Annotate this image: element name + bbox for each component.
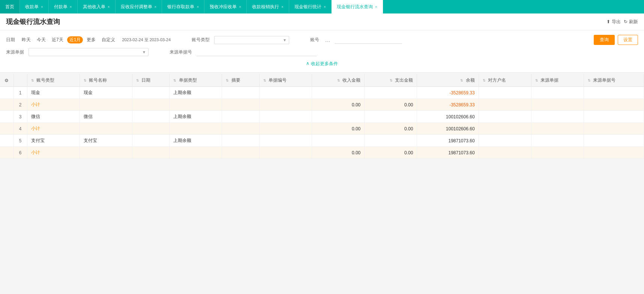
expense-cell xyxy=(365,111,417,123)
nav-tab-advance[interactable]: 预收冲应收单 × xyxy=(204,0,247,13)
shortcut-1month[interactable]: 近1月 xyxy=(67,36,83,43)
account-type-select[interactable]: ▾ xyxy=(214,36,289,44)
collapse-bar[interactable]: ∧ 收起更多条件 xyxy=(6,59,638,69)
subtotal-label: 小计 xyxy=(31,126,40,131)
row-settings xyxy=(0,123,14,135)
balance-cell: -3528659.33 xyxy=(417,99,479,111)
counterparty-cell xyxy=(479,135,531,147)
row-settings xyxy=(0,99,14,111)
account-type-cell: 现金 xyxy=(27,87,80,99)
row-num: 1 xyxy=(14,87,27,99)
col-settings[interactable]: ⚙ xyxy=(0,74,14,87)
shortcut-7days[interactable]: 近7天 xyxy=(50,36,66,43)
col-summary[interactable]: ⇅ 摘要 xyxy=(222,74,260,87)
nav-tab-home-label: 首页 xyxy=(5,4,14,10)
col-doc-no[interactable]: ⇅ 单据编号 xyxy=(260,74,312,87)
col-date[interactable]: ⇅ 日期 xyxy=(132,74,170,87)
nav-tab-payment[interactable]: 付款单 × xyxy=(49,0,78,13)
source-doc-group: 来源单据 ▾ xyxy=(6,48,149,56)
col-income[interactable]: ⇅ 收入金额 xyxy=(312,74,365,87)
refresh-button[interactable]: ↻ 刷新 xyxy=(624,19,638,25)
nav-tab-writeoff-label: 收款核销执行 xyxy=(252,4,279,10)
nav-tab-cash-flow[interactable]: 现金银行流水查询 × xyxy=(332,0,383,13)
source-doc-no-group: 来源单据号 xyxy=(170,48,317,56)
col-account-type[interactable]: ⇅ 账号类型 xyxy=(27,74,80,87)
close-icon[interactable]: × xyxy=(197,5,199,9)
doc-type-cell xyxy=(170,147,222,159)
income-cell xyxy=(312,87,365,99)
close-icon[interactable]: × xyxy=(41,5,43,9)
nav-tab-ar-ap-label: 应收应付调整单 xyxy=(121,4,152,10)
account-type-cell: 小计 xyxy=(27,123,80,135)
table-row[interactable]: 2 小计 0.00 0.00 -3528659.33 xyxy=(0,99,644,111)
summary-cell xyxy=(222,135,260,147)
table-row[interactable]: 6 小计 0.00 0.00 19871073.60 xyxy=(0,147,644,159)
shortcut-today[interactable]: 今天 xyxy=(35,36,48,43)
top-nav: 首页 收款单 × 付款单 × 其他收入单 × 应收应付调整单 × 银行存取款单 … xyxy=(0,0,644,13)
income-cell xyxy=(312,135,365,147)
nav-tab-other-income-label: 其他收入单 xyxy=(83,4,105,10)
account-input[interactable] xyxy=(335,36,402,44)
nav-tab-cash-flow-label: 现金银行流水查询 xyxy=(337,4,373,10)
source-doc-no-input[interactable] xyxy=(197,48,317,56)
filter-area: 日期 昨天 今天 近7天 近1月 更多 自定义 2023-02-24 至 202… xyxy=(0,30,644,73)
account-name-cell: 现金 xyxy=(80,87,132,99)
col-source-doc-no[interactable]: ⇅ 来源单据号 xyxy=(584,74,644,87)
shortcut-custom[interactable]: 自定义 xyxy=(99,36,117,43)
source-doc-no-cell xyxy=(584,87,644,99)
close-icon[interactable]: × xyxy=(70,5,72,9)
filter-row-2: 来源单据 ▾ 来源单据号 xyxy=(6,48,638,56)
close-icon[interactable]: × xyxy=(155,5,157,9)
table-row[interactable]: 5 支付宝 支付宝 上期余额 19871073.60 xyxy=(0,135,644,147)
export-button[interactable]: ⬆ 导出 xyxy=(606,19,621,25)
nav-tab-other-income[interactable]: 其他收入单 × xyxy=(78,0,116,13)
nav-tab-bank-deposit[interactable]: 银行存取款单 × xyxy=(162,0,204,13)
close-icon[interactable]: × xyxy=(324,5,326,9)
account-dots-button[interactable]: ... xyxy=(324,37,332,43)
account-type-cell: 支付宝 xyxy=(31,138,45,143)
page-header: 现金银行流水查询 ⬆ 导出 ↻ 刷新 xyxy=(0,13,644,30)
col-doc-type[interactable]: ⇅ 单据类型 xyxy=(170,74,222,87)
doc-no-cell xyxy=(260,87,312,99)
close-icon[interactable]: × xyxy=(108,5,110,9)
nav-tab-receipt[interactable]: 收款单 × xyxy=(20,0,49,13)
sort-icon: ⇅ xyxy=(31,79,34,82)
query-button[interactable]: 查询 xyxy=(594,35,615,45)
table-row[interactable]: 1 现金 现金 上期余额 -3528659.33 xyxy=(0,87,644,99)
table-row[interactable]: 3 微信 微信 上期余额 100102606.60 xyxy=(0,111,644,123)
date-cell xyxy=(132,147,170,159)
page-title: 现金银行流水查询 xyxy=(6,17,60,26)
account-type-cell: 小计 xyxy=(27,147,80,159)
summary-cell xyxy=(222,123,260,135)
shortcut-yesterday[interactable]: 昨天 xyxy=(20,36,33,43)
doc-type-cell: 上期余额 xyxy=(170,111,222,123)
account-type-cell: 小计 xyxy=(27,99,80,111)
doc-no-cell xyxy=(260,123,312,135)
col-balance[interactable]: ⇅ 余额 xyxy=(417,74,479,87)
nav-tab-ar-ap[interactable]: 应收应付调整单 × xyxy=(116,0,162,13)
date-cell xyxy=(132,135,170,147)
shortcut-more[interactable]: 更多 xyxy=(84,36,98,43)
source-doc-no-cell xyxy=(584,147,644,159)
source-doc-cell xyxy=(531,147,584,159)
nav-tab-home[interactable]: 首页 xyxy=(0,0,20,13)
settings-button[interactable]: 设置 xyxy=(618,35,638,45)
close-icon[interactable]: × xyxy=(375,5,377,9)
export-label: 导出 xyxy=(612,19,621,25)
close-icon[interactable]: × xyxy=(239,5,241,9)
source-doc-cell xyxy=(531,111,584,123)
date-cell xyxy=(132,123,170,135)
action-buttons: 查询 设置 xyxy=(594,35,638,45)
close-icon[interactable]: × xyxy=(281,5,284,9)
col-expense[interactable]: ⇅ 支出金额 xyxy=(365,74,417,87)
counterparty-cell xyxy=(479,123,531,135)
source-doc-cell xyxy=(531,135,584,147)
col-counterparty[interactable]: ⇅ 对方户名 xyxy=(479,74,531,87)
nav-tab-writeoff[interactable]: 收款核销执行 × xyxy=(247,0,289,13)
col-source-doc[interactable]: ⇅ 来源单据 xyxy=(531,74,584,87)
subtotal-label: 小计 xyxy=(31,102,40,107)
nav-tab-cash-stat[interactable]: 现金银行统计 × xyxy=(289,0,332,13)
col-account-name[interactable]: ⇅ 账号名称 xyxy=(80,74,132,87)
table-row[interactable]: 4 小计 0.00 0.00 100102606.60 xyxy=(0,123,644,135)
source-doc-select[interactable]: ▾ xyxy=(29,48,149,56)
